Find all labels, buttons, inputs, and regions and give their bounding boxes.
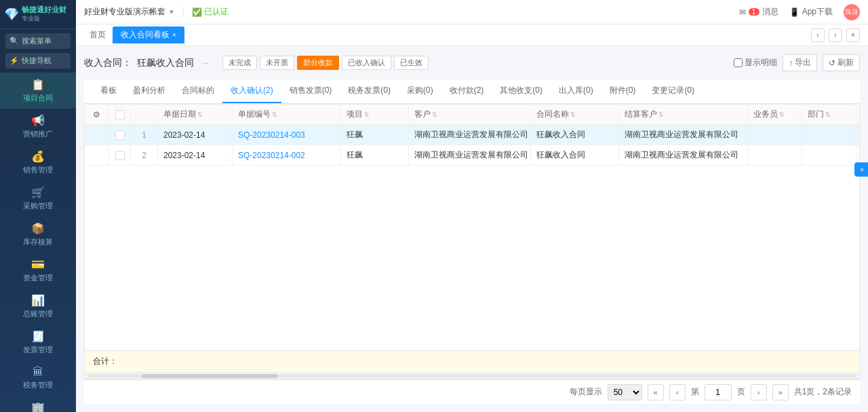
status-tag-uninvoiced[interactable]: 未开票 <box>260 56 294 70</box>
tab-other_income[interactable]: 其他收支(0) <box>492 79 551 103</box>
more-button[interactable]: ··· <box>199 58 212 68</box>
app-name: 畅捷通好业财 <box>22 5 66 14</box>
table-header: ⚙ 单据日期⇅ 单据编号⇅ 项目⇅ 客户⇅ 合同名称⇅ 结算客户⇅ 业务员⇅ 部… <box>85 105 859 125</box>
user-avatar[interactable]: 珠珠 <box>844 4 860 20</box>
row-dept-1 <box>802 145 856 165</box>
row-customer-1: 湖南卫视商业运营发展有限公司 <box>409 145 531 165</box>
tab-payment_received[interactable]: 收付款(2) <box>441 79 492 103</box>
sort-customer-icon[interactable]: ⇅ <box>432 111 437 118</box>
sidebar-item-fund-mgmt[interactable]: 💳资金管理 <box>0 252 76 288</box>
row-docno-0[interactable]: SQ-20230214-003 <box>233 125 341 145</box>
row-seq-1: 2 <box>131 145 158 165</box>
tab-attachments[interactable]: 附件(0) <box>601 79 644 103</box>
app-download-button[interactable]: 📱 App下载 <box>789 6 833 18</box>
message-button[interactable]: ✉ 1 消息 <box>739 6 778 18</box>
tab-kanban[interactable]: 看板 <box>92 79 125 103</box>
sidebar-item-general-ledger[interactable]: 📊总账管理 <box>0 288 76 324</box>
active-tab[interactable]: 收入合同看板 × <box>113 26 184 43</box>
page-input[interactable] <box>705 384 732 400</box>
company-selector[interactable]: 好业财专业版演示帐套 ▼ <box>84 6 175 18</box>
row-docno-1[interactable]: SQ-20230214-002 <box>233 145 341 165</box>
tab-warehouse[interactable]: 出入库(0) <box>551 79 601 103</box>
tab-sales_invoice[interactable]: 销售发票(0) <box>281 79 340 103</box>
tab-nav-close[interactable]: × <box>846 29 860 42</box>
show-detail-input[interactable] <box>734 58 743 67</box>
status-tag-confirmed[interactable]: 已收入确认 <box>342 56 391 70</box>
row-customer-0: 湖南卫视商业运营发展有限公司 <box>409 125 531 145</box>
table-row[interactable]: 2 2023-02-14 SQ-20230214-002 狂飙 湖南卫视商业运营… <box>85 145 859 166</box>
last-page-button[interactable]: » <box>772 384 789 400</box>
scrollbar-thumb[interactable] <box>142 374 277 378</box>
row-select-1[interactable] <box>115 151 125 160</box>
header-checkbox[interactable] <box>109 105 131 124</box>
sort-salesman-icon[interactable]: ⇅ <box>779 111 785 118</box>
sort-date-icon[interactable]: ⇅ <box>197 111 203 118</box>
status-tag-active[interactable]: 已生效 <box>394 56 429 70</box>
sidebar-quicknav-container: ⚡ 快捷导航 <box>0 53 76 73</box>
row-checkbox-0[interactable] <box>109 125 131 145</box>
tab-nav-next[interactable]: › <box>829 29 842 42</box>
doc-no-link-1[interactable]: SQ-20230214-002 <box>238 151 305 160</box>
next-page-button[interactable]: › <box>751 384 767 400</box>
export-button[interactable]: ↑ 导出 <box>783 54 817 71</box>
sidebar-item-purchase-mgmt[interactable]: 🛒采购管理 <box>0 181 76 217</box>
show-detail-checkbox[interactable]: 显示明细 <box>734 54 777 71</box>
select-all-checkbox[interactable] <box>115 110 125 119</box>
refresh-button[interactable]: ↺ 刷新 <box>823 54 860 71</box>
sidebar-item-invoice-mgmt[interactable]: 🧾发票管理 <box>0 324 76 360</box>
row-select-0[interactable] <box>115 130 125 140</box>
header-doc-no: 单据编号⇅ <box>233 105 341 124</box>
sidebar-item-project-contract[interactable]: 📋项目合同 <box>0 73 76 109</box>
row-settle-1: 湖南卫视商业运营发展有限公司 <box>619 145 748 165</box>
sort-docno-icon[interactable]: ⇅ <box>272 111 277 118</box>
tab-profit[interactable]: 盈利分析 <box>125 79 174 103</box>
refresh-icon: ↺ <box>829 58 835 68</box>
row-checkbox-1[interactable] <box>109 145 131 165</box>
content-area: 收入合同： 狂飙收入合同 ··· 未完成未开票部分收款已收入确认已生效 显示明细… <box>76 46 868 412</box>
sidebar-nav: 📋项目合同📢营销推广💰销售管理🛒采购管理📦库存核算💳资金管理📊总账管理🧾发票管理… <box>0 73 76 412</box>
status-tag-uncompleted[interactable]: 未完成 <box>222 56 257 70</box>
data-table: ⚙ 单据日期⇅ 单据编号⇅ 项目⇅ 客户⇅ 合同名称⇅ 结算客户⇅ 业务员⇅ 部… <box>84 104 860 379</box>
status-tag-partial[interactable]: 部分收款 <box>297 56 339 70</box>
home-tab[interactable]: 首页 <box>84 29 111 41</box>
tab-purchase[interactable]: 采购(0) <box>399 79 441 103</box>
prev-page-button[interactable]: ‹ <box>669 384 686 400</box>
sidebar-item-tax-mgmt[interactable]: 🏛税务管理 <box>0 360 76 396</box>
quick-nav-button[interactable]: ⚡ 快捷导航 <box>5 53 71 69</box>
sidebar-item-marketing[interactable]: 📢营销推广 <box>0 109 76 145</box>
tab-tax_invoice[interactable]: 税务发票(0) <box>340 79 399 103</box>
tab-close-button[interactable]: × <box>172 31 176 39</box>
header-invoice-date: 开票日期⇅ <box>856 105 860 124</box>
sort-contract-icon[interactable]: ⇅ <box>570 111 576 118</box>
table-row[interactable]: 1 2023-02-14 SQ-20230214-003 狂飙 湖南卫视商业运营… <box>85 125 859 145</box>
sidebar-item-sales-mgmt[interactable]: 💰销售管理 <box>0 145 76 181</box>
sidebar-item-fixed-assets[interactable]: 🏢固定资产 <box>0 396 76 412</box>
tab-income_confirm[interactable]: 收入确认(2) <box>222 79 281 103</box>
header-project: 项目⇅ <box>341 105 409 124</box>
tabbar-nav: ‹ › × <box>811 29 860 42</box>
total-info: 共1页，2条记录 <box>794 386 852 398</box>
row-settings-1 <box>85 145 109 165</box>
sort-dept-icon[interactable]: ⇅ <box>825 111 831 118</box>
side-panel-icon[interactable]: ≡ <box>854 162 868 176</box>
header-salesman: 业务员⇅ <box>748 105 802 124</box>
first-page-button[interactable]: « <box>648 384 664 400</box>
header-settle-customer: 结算客户⇅ <box>619 105 748 124</box>
topbar-right: ✉ 1 消息 📱 App下载 珠珠 <box>739 4 860 20</box>
tab-contract_standard[interactable]: 合同标的 <box>174 79 222 103</box>
search-icon: 🔍 <box>9 37 19 45</box>
sort-settle-icon[interactable]: ⇅ <box>658 111 664 118</box>
tab-nav-prev[interactable]: ‹ <box>811 29 825 42</box>
doc-no-link-0[interactable]: SQ-20230214-003 <box>238 130 305 140</box>
header-settings[interactable]: ⚙ <box>85 105 109 124</box>
row-date-0: 2023-02-14 <box>158 125 233 145</box>
tab-change_log[interactable]: 变更记录(0) <box>644 79 703 103</box>
sidebar-item-inventory[interactable]: 📦库存核算 <box>0 217 76 252</box>
sort-project-icon[interactable]: ⇅ <box>364 111 370 118</box>
search-menu-button[interactable]: 🔍 搜索菜单 <box>5 33 71 49</box>
lightning-icon: ⚡ <box>9 56 19 65</box>
avatar: 珠珠 <box>844 4 860 20</box>
sidebar: 💎 畅捷通好业财 专业版 🔍 搜索菜单 ⚡ 快捷导航 📋项目合同📢营销推广💰销售… <box>0 0 76 412</box>
per-page-select[interactable]: 50 20 100 <box>608 384 642 400</box>
horizontal-scrollbar[interactable] <box>85 372 859 379</box>
